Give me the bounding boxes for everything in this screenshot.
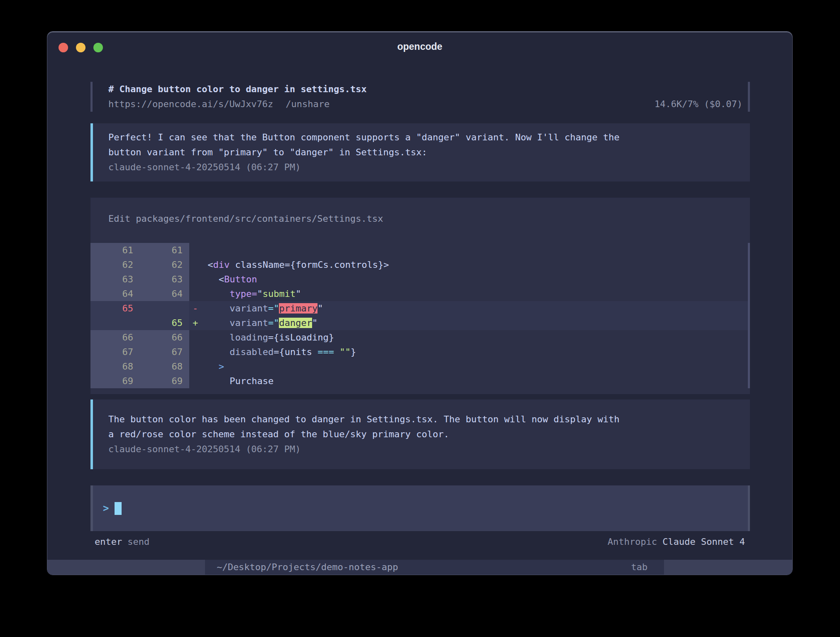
code-line: loading={isLoading} [202, 330, 334, 345]
diff-sign [189, 272, 202, 287]
diff-row: 6464 type="submit" [90, 287, 750, 301]
message-text-line: The button color has been changed to dan… [108, 412, 750, 427]
model-timestamp: claude-sonnet-4-20250514 (06:27 PM) [108, 160, 750, 175]
new-line-number: 62 [140, 257, 189, 272]
diff-scrollbar[interactable] [748, 243, 750, 388]
new-line-number: 64 [140, 287, 189, 301]
status-bar: opencodev0.3.11 ~/Desktop/Projects/demo-… [47, 560, 792, 575]
message-text-line: button variant from "primary" to "danger… [108, 145, 750, 160]
code-token: disabled [230, 347, 273, 357]
token-usage: 14.6K/7% ($0.07) [654, 97, 742, 112]
code-token [334, 347, 339, 357]
code-token: div [213, 260, 230, 270]
diff-view: 61616262 <div className={formCs.controls… [90, 243, 750, 388]
new-line-number: 67 [140, 345, 189, 359]
mode-chip[interactable]: BUILDMODE [664, 560, 792, 575]
code-token: === [317, 347, 334, 357]
edit-tool-title: Edit packages/frontend/src/containers/Se… [108, 211, 383, 226]
code-token: "" [339, 347, 351, 357]
code-token [202, 318, 230, 328]
code-token: > [219, 361, 224, 372]
code-token [202, 303, 230, 314]
code-line: <div className={formCs.controls}> [202, 257, 389, 272]
code-line: variant="danger" [202, 316, 317, 330]
code-token: submit [263, 289, 295, 299]
diff-sign: - [189, 301, 202, 316]
diff-row: 6363 <Button [90, 272, 750, 287]
code-token: variant [230, 303, 268, 314]
window-title: opencode [47, 41, 792, 52]
opencode-window: opencode # Change button color to danger… [47, 31, 793, 575]
new-line-number: 66 [140, 330, 189, 345]
code-line: variant="primary" [202, 301, 323, 316]
code-line: disabled={units === ""} [202, 345, 356, 359]
send-action-label: send [127, 537, 149, 547]
edit-tool-card: Edit packages/frontend/src/containers/Se… [90, 198, 750, 394]
app-version-chip: opencodev0.3.11 [47, 560, 205, 575]
diff-sign [189, 359, 202, 374]
diff-sign [189, 243, 202, 257]
message-text: Perfect! I can see that the Button compo… [108, 130, 750, 160]
model-timestamp: claude-sonnet-4-20250514 (06:27 PM) [108, 442, 750, 457]
assistant-message: Perfect! I can see that the Button compo… [90, 123, 750, 181]
old-line-number: 69 [90, 374, 140, 388]
code-token: " [273, 303, 279, 314]
code-token: danger [279, 318, 312, 328]
message-text-line: a red/rose color scheme instead of the b… [108, 427, 750, 442]
diff-sign: + [189, 316, 202, 330]
tab-key-hint[interactable]: tab [631, 560, 648, 575]
diff-sign [189, 345, 202, 359]
message-text: The button color has been changed to dan… [108, 412, 750, 442]
prompt-icon: > [103, 502, 109, 514]
code-token: " [257, 289, 262, 299]
old-line-number [90, 316, 140, 330]
code-token [202, 347, 230, 357]
status-left: opencodev0.3.11 ~/Desktop/Projects/demo-… [47, 560, 398, 575]
code-token: type [230, 289, 252, 299]
code-token: = [252, 289, 257, 299]
new-line-number: 63 [140, 272, 189, 287]
session-meta-row: https://opencode.ai/s/UwJxv76z/unshare 1… [108, 97, 742, 112]
desktop: opencode # Change button color to danger… [0, 0, 840, 637]
code-token: = [268, 303, 273, 314]
code-token: = [268, 318, 273, 328]
code-token: variant [230, 318, 268, 328]
diff-sign [189, 257, 202, 272]
diff-row: 6868 > [90, 359, 750, 374]
code-token: < [202, 274, 224, 284]
diff-sign [189, 374, 202, 388]
code-token: < [202, 260, 213, 270]
share-url-group: https://opencode.ai/s/UwJxv76z/unshare [108, 97, 330, 112]
message-text-line: Perfect! I can see that the Button compo… [108, 130, 750, 145]
header-left-rule [90, 82, 93, 112]
code-token: loading [230, 332, 268, 343]
diff-row: 6262 <div className={formCs.controls}> [90, 257, 750, 272]
footer-hints: entersend AnthropicClaude Sonnet 4 [90, 536, 750, 548]
old-line-number: 67 [90, 345, 140, 359]
unshare-command: /unshare [286, 99, 330, 109]
session-title: # Change button color to danger in setti… [108, 82, 367, 97]
code-token [202, 361, 219, 372]
share-url[interactable]: https://opencode.ai/s/UwJxv76z [108, 99, 273, 109]
diff-sign [189, 330, 202, 345]
enter-key-hint: enter [95, 537, 122, 547]
diff-row: 6969 Purchase [90, 374, 750, 388]
old-line-number: 68 [90, 359, 140, 374]
model-label: Claude Sonnet 4 [662, 537, 745, 547]
code-token: Purchase [202, 376, 273, 386]
working-directory: ~/Desktop/Projects/demo-notes-app [217, 560, 398, 575]
send-hint: entersend [95, 536, 149, 548]
diff-row: 6161 [90, 243, 750, 257]
new-line-number: 65 [140, 316, 189, 330]
code-token: ={isLoading} [268, 332, 334, 343]
old-line-number: 62 [90, 257, 140, 272]
code-token: primary [279, 303, 317, 314]
diff-row: 6767 disabled={units === ""} [90, 345, 750, 359]
code-token: className={formCs.controls}> [230, 260, 389, 270]
diff-sign [189, 287, 202, 301]
header-right-rule [748, 82, 750, 112]
code-token: Button [224, 274, 257, 284]
prompt-input[interactable]: > [90, 485, 750, 531]
diff-row: 6666 loading={isLoading} [90, 330, 750, 345]
code-token: " [317, 303, 323, 314]
